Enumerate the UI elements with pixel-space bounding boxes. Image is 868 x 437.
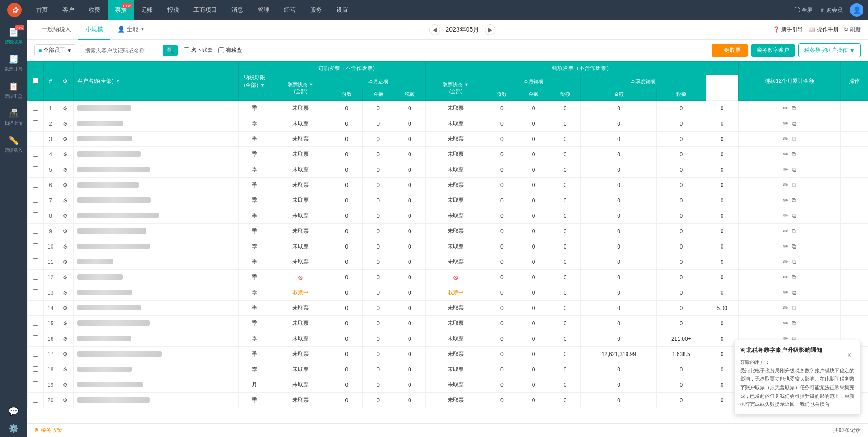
row-checkbox-cell[interactable] <box>28 178 44 193</box>
row-gear-cell[interactable]: ⚙ <box>57 178 74 193</box>
row-gear-icon[interactable]: ⚙ <box>63 151 68 158</box>
row-checkbox-cell[interactable] <box>28 193 44 208</box>
row-gear-icon[interactable]: ⚙ <box>63 397 68 404</box>
copy-icon[interactable]: ⧉ <box>792 181 796 188</box>
tax-policy-link[interactable]: ⚑ 税务政策 <box>34 427 62 434</box>
copy-icon[interactable]: ⧉ <box>792 227 796 235</box>
row-checkbox[interactable] <box>33 366 38 372</box>
edit-icon[interactable]: ✏ <box>783 227 788 235</box>
row-gear-cell[interactable]: ⚙ <box>57 270 74 285</box>
copy-icon[interactable]: ⧉ <box>792 243 796 250</box>
row-checkbox[interactable] <box>33 351 38 357</box>
one-click-invoice-button[interactable]: 一键取票 <box>712 44 748 57</box>
row-gear-icon[interactable]: ⚙ <box>63 320 68 327</box>
row-gear-cell[interactable]: ⚙ <box>57 316 74 331</box>
row-checkbox-cell[interactable] <box>28 116 44 132</box>
row-gear-icon[interactable]: ⚙ <box>63 305 68 311</box>
th-customer-name[interactable]: 客户名称(全部) ▼ <box>74 62 239 101</box>
row-gear-icon[interactable]: ⚙ <box>63 182 68 188</box>
row-gear-cell[interactable]: ⚙ <box>57 132 74 147</box>
row-gear-icon[interactable]: ⚙ <box>63 290 68 296</box>
row-gear-cell[interactable]: ⚙ <box>57 377 74 393</box>
row-gear-icon[interactable]: ⚙ <box>63 367 68 373</box>
edit-icon[interactable]: ✏ <box>783 104 788 112</box>
copy-icon[interactable]: ⧉ <box>792 120 796 127</box>
row-gear-cell[interactable]: ⚙ <box>57 101 74 116</box>
row-checkbox-cell[interactable] <box>28 347 44 362</box>
sidebar-item-smart-invoice[interactable]: 📄 智能取票 new <box>1 23 26 49</box>
row-checkbox-cell[interactable] <box>28 316 44 331</box>
row-checkbox[interactable] <box>33 243 38 249</box>
row-gear-icon[interactable]: ⚙ <box>63 121 68 127</box>
date-next-button[interactable]: ▶ <box>485 24 495 35</box>
row-checkbox[interactable] <box>33 335 38 341</box>
sidebar-item-settings[interactable]: ⚙️ <box>1 420 26 437</box>
th-period[interactable]: 纳税期限(全部) ▼ <box>239 62 270 101</box>
row-gear-icon[interactable]: ⚙ <box>63 136 68 142</box>
row-checkbox[interactable] <box>33 151 38 157</box>
row-gear-icon[interactable]: ⚙ <box>63 274 68 281</box>
row-gear-cell[interactable]: ⚙ <box>57 116 74 132</box>
row-checkbox[interactable] <box>33 166 38 172</box>
checkbox-account[interactable]: 名下账套 <box>184 47 213 54</box>
edit-icon[interactable]: ✏ <box>783 304 788 311</box>
row-checkbox-cell[interactable] <box>28 208 44 224</box>
copy-icon[interactable]: ⧉ <box>792 166 796 173</box>
edit-icon[interactable]: ✏ <box>783 166 788 173</box>
row-gear-icon[interactable]: ⚙ <box>63 228 68 235</box>
row-checkbox-cell[interactable] <box>28 101 44 116</box>
row-checkbox[interactable] <box>33 136 38 141</box>
nav-home[interactable]: 首页 <box>29 0 55 20</box>
row-gear-cell[interactable]: ⚙ <box>57 331 74 347</box>
edit-icon[interactable]: ✏ <box>783 150 788 158</box>
nav-operation[interactable]: 经营 <box>277 0 303 20</box>
checkbox-account-input[interactable] <box>184 47 189 53</box>
row-gear-icon[interactable]: ⚙ <box>63 351 68 357</box>
search-button[interactable]: 🔍 <box>163 45 178 56</box>
digital-account-button[interactable]: 税务数字账户 <box>751 44 795 57</box>
row-gear-cell[interactable]: ⚙ <box>57 393 74 408</box>
nav-tax[interactable]: 报税 <box>160 0 186 20</box>
row-gear-icon[interactable]: ⚙ <box>63 336 68 342</box>
row-checkbox[interactable] <box>33 258 38 264</box>
row-gear-icon[interactable]: ⚙ <box>63 259 68 265</box>
digital-account-ops-button[interactable]: 税务数字账户操作 ▼ <box>798 43 861 57</box>
row-gear-icon[interactable]: ⚙ <box>63 213 68 219</box>
row-checkbox[interactable] <box>33 320 38 326</box>
copy-icon[interactable]: ⧉ <box>792 273 796 281</box>
edit-icon[interactable]: ✏ <box>783 120 788 127</box>
copy-icon[interactable]: ⧉ <box>792 320 796 327</box>
row-gear-cell[interactable]: ⚙ <box>57 254 74 270</box>
row-gear-icon[interactable]: ⚙ <box>63 382 68 388</box>
tab-general-taxpayer[interactable]: 一般纳税人 <box>34 20 78 40</box>
row-checkbox[interactable] <box>33 305 38 310</box>
row-checkbox[interactable] <box>33 381 38 387</box>
checkbox-tax-disk-input[interactable] <box>218 47 224 53</box>
employee-select[interactable]: ■ 全部员工 ▼ <box>34 44 75 56</box>
row-checkbox[interactable] <box>33 289 38 295</box>
copy-icon[interactable]: ⧉ <box>792 197 796 204</box>
edit-icon[interactable]: ✏ <box>783 181 788 188</box>
row-gear-cell[interactable]: ⚙ <box>57 285 74 301</box>
row-gear-cell[interactable]: ⚙ <box>57 224 74 239</box>
nav-manage[interactable]: 管理 <box>250 0 277 20</box>
th-out-status[interactable]: 取票状态 ▼(全部) <box>425 75 486 101</box>
row-gear-cell[interactable]: ⚙ <box>57 347 74 362</box>
nav-business[interactable]: 工商项目 <box>186 0 224 20</box>
row-checkbox[interactable] <box>33 105 38 111</box>
copy-icon[interactable]: ⧉ <box>792 212 796 219</box>
row-checkbox-cell[interactable] <box>28 393 44 408</box>
search-input[interactable] <box>81 46 163 56</box>
edit-icon[interactable]: ✏ <box>783 273 788 281</box>
edit-icon[interactable]: ✏ <box>783 197 788 204</box>
nav-service[interactable]: 服务 <box>303 0 329 20</box>
nav-settings[interactable]: 设置 <box>329 0 355 20</box>
row-checkbox-cell[interactable] <box>28 132 44 147</box>
row-gear-icon[interactable]: ⚙ <box>63 167 68 173</box>
edit-icon[interactable]: ✏ <box>783 212 788 219</box>
nav-fee[interactable]: 收费 <box>81 0 108 20</box>
row-checkbox-cell[interactable] <box>28 239 44 254</box>
sidebar-item-invoice-entry[interactable]: ✏️ 票据录入 <box>1 132 26 157</box>
row-checkbox-cell[interactable] <box>28 362 44 377</box>
copy-icon[interactable]: ⧉ <box>792 304 796 311</box>
